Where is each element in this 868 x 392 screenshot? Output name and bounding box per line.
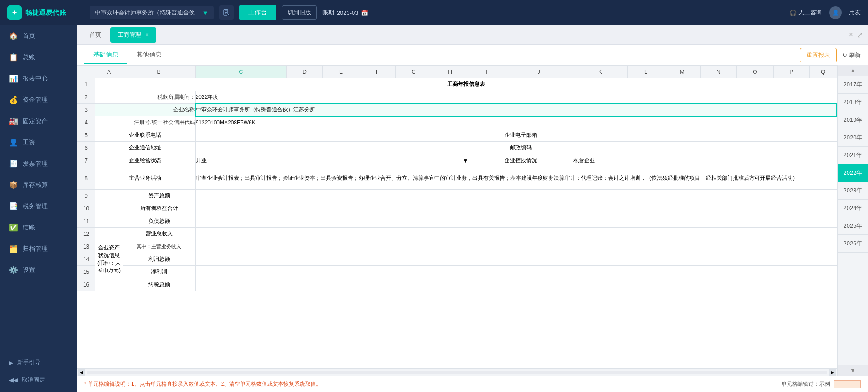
- col-j-header: J: [505, 66, 573, 78]
- cell-6-label2: 邮政编码: [468, 142, 573, 154]
- sidebar-item-archive[interactable]: 🗂️ 归档管理: [0, 238, 77, 259]
- scroll-left-btn[interactable]: ◀: [78, 369, 85, 376]
- year-panel-down[interactable]: ▼: [838, 365, 868, 376]
- cell-15-val[interactable]: [195, 266, 837, 278]
- cell-16-label: 纳税总额: [123, 278, 195, 291]
- example-cell: [834, 380, 861, 388]
- sidebar-item-inventory[interactable]: 📦 库存核算: [0, 174, 77, 196]
- row-num-8: 8: [77, 167, 95, 190]
- cell-4-value[interactable]: 91320100MA208E5W6K: [195, 116, 837, 129]
- company-selector[interactable]: 中审众环会计师事务所（特殊普通合伙... ▼: [90, 6, 214, 19]
- logo-icon: ✦: [7, 5, 22, 20]
- invoice-icon: 🧾: [9, 159, 18, 168]
- sidebar-item-invoice[interactable]: 🧾 发票管理: [0, 153, 77, 174]
- year-2024[interactable]: 2024年: [838, 200, 868, 217]
- sidebar-item-settings[interactable]: ⚙️ 设置: [0, 259, 77, 281]
- cell-14-val[interactable]: [195, 253, 837, 266]
- cell-6-val1[interactable]: [195, 142, 468, 154]
- sidebar-item-guide[interactable]: ▶ 新手引导: [0, 354, 77, 371]
- status-dropdown[interactable]: 开业▼: [196, 157, 468, 164]
- calendar-icon[interactable]: 📅: [361, 10, 368, 16]
- year-2023[interactable]: 2023年: [838, 182, 868, 200]
- cell-6-val2[interactable]: [573, 142, 837, 154]
- sidebar-label-salary: 工资: [23, 139, 35, 147]
- sidebar-item-home[interactable]: 🏠 首页: [0, 25, 77, 47]
- sheet-table: A B C D E F G H I J: [77, 65, 837, 291]
- cell-5-val2[interactable]: [573, 129, 837, 142]
- window-close-btn[interactable]: ×: [849, 31, 853, 39]
- home-icon: 🏠: [9, 32, 18, 40]
- year-2020[interactable]: 2020年: [838, 129, 868, 147]
- cell-15-label: 净利润: [123, 266, 195, 278]
- row-num-10: 10: [77, 202, 95, 215]
- sidebar-resize-handle: [0, 346, 77, 350]
- sheet-main: A B C D E F G H I J: [77, 65, 837, 376]
- cell-7-status[interactable]: 开业▼: [195, 154, 468, 167]
- row-num-1: 1: [77, 78, 95, 91]
- sidebar-item-close[interactable]: ✅ 结账: [0, 217, 77, 238]
- tab-home[interactable]: 首页: [82, 27, 108, 43]
- row-num-6: 6: [77, 142, 95, 154]
- refresh-button[interactable]: ↻ 刷新: [842, 51, 861, 59]
- old-version-button[interactable]: 切到旧版: [282, 5, 317, 20]
- sub-tab-other[interactable]: 其他信息: [127, 46, 171, 64]
- cell-13-val[interactable]: [195, 240, 837, 253]
- col-b-header: B: [123, 66, 195, 78]
- table-row: 6 企业通信地址 邮政编码: [77, 142, 837, 154]
- cell-7-control[interactable]: 私营企业: [573, 154, 837, 167]
- sheet-table-wrap[interactable]: A B C D E F G H I J: [77, 65, 837, 368]
- ledger-icon: 📋: [9, 53, 18, 62]
- table-row: 15 净利润: [77, 266, 837, 278]
- window-maximize-btn[interactable]: ⤢: [857, 31, 863, 39]
- tab-close-icon[interactable]: ×: [146, 32, 149, 38]
- user-avatar[interactable]: 👤: [829, 6, 842, 19]
- doc-icon-button[interactable]: [219, 5, 234, 20]
- year-2018[interactable]: 2018年: [838, 94, 868, 111]
- sidebar-item-tax[interactable]: 📑 税务管理: [0, 196, 77, 217]
- sidebar-item-unpin[interactable]: ◀◀ 取消固定: [0, 371, 77, 388]
- cell-16-val[interactable]: [195, 278, 837, 291]
- year-2021[interactable]: 2021年: [838, 147, 868, 164]
- customer-service-button[interactable]: 🎧 人工咨询: [789, 9, 822, 17]
- cell-2-label: 税款所属期间：: [95, 91, 195, 104]
- sub-tab-basic[interactable]: 基础信息: [84, 46, 127, 64]
- sidebar-bottom: ▶ 新手引导 ◀◀ 取消固定: [0, 350, 77, 392]
- year-2022[interactable]: 2022年: [838, 164, 868, 182]
- sidebar-item-finance[interactable]: 💰 资金管理: [0, 89, 77, 110]
- sidebar-label-invoice: 发票管理: [23, 160, 48, 168]
- scroll-track[interactable]: [87, 371, 827, 374]
- cell-11-val[interactable]: [195, 215, 837, 228]
- tab-business[interactable]: 工商管理 ×: [110, 27, 156, 43]
- cell-7-label2: 企业控股情况: [468, 154, 573, 167]
- sidebar-item-assets[interactable]: 🏭 固定资产: [0, 110, 77, 132]
- workbench-button[interactable]: 工作台: [239, 5, 276, 20]
- cell-title[interactable]: 工商年报信息表: [95, 78, 837, 91]
- year-2017[interactable]: 2017年: [838, 76, 868, 94]
- reset-report-button[interactable]: 重置报表: [800, 48, 837, 62]
- year-2025[interactable]: 2025年: [838, 217, 868, 235]
- year-2019[interactable]: 2019年: [838, 111, 868, 129]
- close-period-icon: ✅: [9, 223, 18, 232]
- horizontal-scrollbar[interactable]: ◀ ▶: [77, 368, 837, 376]
- year-2026[interactable]: 2026年: [838, 235, 868, 253]
- finance-icon: 💰: [9, 96, 18, 104]
- sidebar-label-unpin: 取消固定: [22, 376, 45, 384]
- cell-3-value[interactable]: 中审众环会计师事务所（特殊普通合伙）江苏分所: [195, 104, 837, 116]
- col-f-header: F: [359, 66, 396, 78]
- cell-9-val[interactable]: [195, 190, 837, 202]
- sidebar-item-reports[interactable]: 📊 报表中心: [0, 68, 77, 89]
- guide-icon: ▶: [9, 359, 14, 366]
- year-panel-up[interactable]: ▲: [838, 65, 868, 76]
- scroll-right-btn[interactable]: ▶: [829, 369, 836, 376]
- tax-icon: 📑: [9, 202, 18, 210]
- sidebar-label-assets: 固定资产: [23, 117, 48, 125]
- cell-2-value[interactable]: 2022年度: [195, 91, 837, 104]
- sidebar-item-salary[interactable]: 👤 工资: [0, 132, 77, 153]
- table-row: 1 工商年报信息表: [77, 78, 837, 91]
- cell-8-activity[interactable]: 审查企业会计报表；出具审计报告；验证企业资本；出具验资报告；办理企业合开、分立、…: [195, 167, 837, 190]
- sidebar-item-ledger[interactable]: 📋 总账: [0, 47, 77, 68]
- cell-12-val[interactable]: [195, 228, 837, 240]
- cell-10-val[interactable]: [195, 202, 837, 215]
- cell-5-val1[interactable]: [195, 129, 468, 142]
- headset-icon: 🎧: [789, 10, 797, 16]
